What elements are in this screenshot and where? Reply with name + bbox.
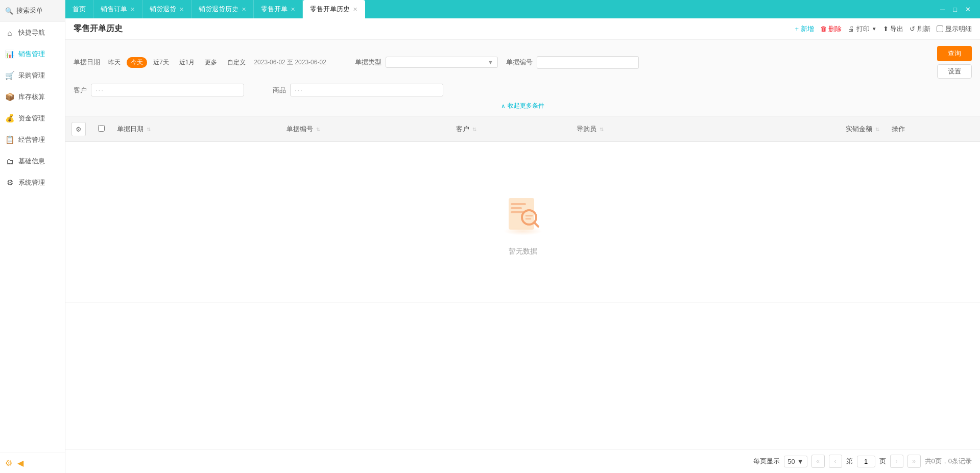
sidebar-settings-icon[interactable]: ⚙ xyxy=(5,458,12,468)
table-area: ⚙ 单据日期 ⇅ 单据编号 ⇅ xyxy=(65,117,980,449)
add-label: + 新增 xyxy=(795,24,814,34)
tab-retail-open-history[interactable]: 零售开单历史 ✕ xyxy=(303,0,365,18)
date-option-today[interactable]: 今天 xyxy=(127,57,147,68)
export-button[interactable]: ⬆ 导出 xyxy=(883,24,904,34)
minimize-btn[interactable]: ─ xyxy=(937,6,948,13)
show-detail-input[interactable] xyxy=(937,26,943,32)
date-option-1month[interactable]: 近1月 xyxy=(175,57,199,68)
filter-area: 单据日期 昨天 今天 近7天 近1月 更多 自定义 2023-06-02 至 2… xyxy=(65,40,980,117)
next-page-button[interactable]: › xyxy=(890,455,903,468)
last-page-button[interactable]: » xyxy=(907,455,921,468)
main-area: 首页 销售订单 ✕ 销货退货 ✕ 销货退货历史 ✕ 零售开单 ✕ 零售开单历史 … xyxy=(65,0,980,473)
date-option-yesterday[interactable]: 昨天 xyxy=(104,57,125,68)
sort-icon[interactable]: ⇅ xyxy=(600,127,604,132)
sidebar-item-base-info[interactable]: 🗂 基础信息 xyxy=(0,151,65,172)
pagination: 每页显示 50 ▼ « ‹ 第 页 › » 共0页，0条记录 xyxy=(65,449,980,473)
customer-input[interactable]: ··· xyxy=(91,84,244,96)
col-doc-no: 单据编号 ⇅ xyxy=(280,117,450,142)
col-salesperson-label: 导购员 xyxy=(577,125,596,133)
svg-line-6 xyxy=(534,222,538,227)
close-btn[interactable]: ✕ xyxy=(962,6,974,13)
tab-sales-order-close[interactable]: ✕ xyxy=(130,6,135,13)
per-page-label: 每页显示 xyxy=(753,457,780,466)
data-table: ⚙ 单据日期 ⇅ 单据编号 ⇅ xyxy=(65,117,980,303)
tab-sales-return-history-close[interactable]: ✕ xyxy=(242,6,246,13)
doc-no-input[interactable] xyxy=(537,56,639,69)
date-label: 单据日期 xyxy=(74,58,100,67)
window-controls: ─ □ ✕ xyxy=(937,6,980,13)
date-option-custom[interactable]: 自定义 xyxy=(223,57,250,68)
doc-type-label: 单据类型 xyxy=(355,58,381,67)
sidebar-item-inventory[interactable]: 📦 库存核算 xyxy=(0,86,65,108)
sidebar-item-purchase-mgmt[interactable]: 🛒 采购管理 xyxy=(0,65,65,86)
tab-retail-open-close[interactable]: ✕ xyxy=(291,6,295,13)
doc-no-label: 单据编号 xyxy=(506,58,533,67)
col-doc-no-label: 单据编号 xyxy=(286,125,313,133)
query-button[interactable]: 查询 xyxy=(937,46,972,61)
filter-row-1: 单据日期 昨天 今天 近7天 近1月 更多 自定义 2023-06-02 至 2… xyxy=(74,46,972,79)
collapse-button[interactable]: ∧ 收起更多条件 xyxy=(501,102,544,110)
tab-retail-open[interactable]: 零售开单 ✕ xyxy=(254,0,303,18)
sidebar-item-quick-nav[interactable]: ⌂ 快捷导航 xyxy=(0,22,65,43)
select-all-checkbox[interactable] xyxy=(98,125,105,132)
column-settings-button[interactable]: ⚙ xyxy=(71,122,86,136)
maximize-btn[interactable]: □ xyxy=(950,6,960,13)
content-area: 零售开单历史 + 新增 🗑 删除 🖨 打印 ▼ ⬆ 导出 ↺ 刷新 xyxy=(65,18,980,473)
date-option-more[interactable]: 更多 xyxy=(201,57,221,68)
col-amount: 实销金额 ⇅ xyxy=(715,117,885,142)
tab-sales-return-history[interactable]: 销货退货历史 ✕ xyxy=(192,0,254,18)
tab-sales-return-close[interactable]: ✕ xyxy=(179,6,184,13)
col-date-label: 单据日期 xyxy=(117,125,144,133)
filter-settings-button[interactable]: 设置 xyxy=(937,64,972,79)
table-head: ⚙ 单据日期 ⇅ 单据编号 ⇅ xyxy=(65,117,980,142)
sidebar-item-sys-mgmt[interactable]: ⚙ 系统管理 xyxy=(0,172,65,193)
per-page-select[interactable]: 50 ▼ xyxy=(784,456,807,467)
sidebar: 🔍 搜索采单 ⌂ 快捷导航 📊 销售管理 🛒 采购管理 📦 库存核算 💰 资金管… xyxy=(0,0,65,473)
show-detail-checkbox[interactable]: 显示明细 xyxy=(937,24,972,34)
tab-home-label: 首页 xyxy=(73,5,86,14)
sidebar-search[interactable]: 🔍 搜索采单 xyxy=(0,0,65,22)
doc-type-select[interactable]: ▼ xyxy=(386,57,498,68)
page-header: 零售开单历史 + 新增 🗑 删除 🖨 打印 ▼ ⬆ 导出 ↺ 刷新 xyxy=(65,18,980,40)
collapse-label: 收起更多条件 xyxy=(508,102,544,110)
sidebar-item-sales-mgmt[interactable]: 📊 销售管理 xyxy=(0,43,65,65)
tab-retail-open-history-close[interactable]: ✕ xyxy=(353,6,357,13)
tab-sales-return[interactable]: 销货退货 ✕ xyxy=(142,0,192,18)
tab-sales-order-label: 销售订单 xyxy=(101,5,127,14)
date-option-7days[interactable]: 近7天 xyxy=(149,57,173,68)
delete-button[interactable]: 🗑 删除 xyxy=(820,24,842,34)
print-button[interactable]: 🖨 打印 ▼ xyxy=(848,24,877,34)
show-detail-label: 显示明细 xyxy=(945,24,972,34)
sidebar-collapse-icon[interactable]: ◀ xyxy=(17,458,23,468)
cart-icon: 🛒 xyxy=(5,71,14,80)
goods-filter-group: 商品 ··· xyxy=(273,84,443,96)
col-checkbox xyxy=(92,117,111,142)
sort-icon[interactable]: ⇅ xyxy=(472,127,476,132)
operations-icon: 📋 xyxy=(5,135,14,144)
tab-retail-open-label: 零售开单 xyxy=(261,5,288,14)
first-page-button[interactable]: « xyxy=(811,455,825,468)
prev-page-button[interactable]: ‹ xyxy=(829,455,842,468)
action-buttons: 查询 设置 xyxy=(937,46,972,79)
select-arrow-icon: ▼ xyxy=(488,59,493,65)
sidebar-item-label: 系统管理 xyxy=(18,178,45,187)
date-range-display: 2023-06-02 至 2023-06-02 xyxy=(254,58,326,67)
svg-rect-3 xyxy=(511,207,522,209)
goods-input[interactable]: ··· xyxy=(290,84,443,96)
page-input[interactable] xyxy=(857,456,875,467)
sort-icon[interactable]: ⇅ xyxy=(147,127,151,132)
sidebar-item-finance[interactable]: 💰 资金管理 xyxy=(0,108,65,129)
gear-icon: ⚙ xyxy=(5,178,14,187)
tab-sales-order[interactable]: 销售订单 ✕ xyxy=(93,0,142,18)
col-settings: ⚙ xyxy=(65,117,92,142)
refresh-button[interactable]: ↺ 刷新 xyxy=(910,24,930,34)
add-button[interactable]: + 新增 xyxy=(795,24,814,34)
tab-home[interactable]: 首页 xyxy=(65,0,93,18)
tab-sales-return-history-label: 销货退货历史 xyxy=(199,5,238,14)
sort-icon[interactable]: ⇅ xyxy=(875,127,879,132)
sidebar-item-label: 资金管理 xyxy=(18,114,45,123)
sidebar-item-operations[interactable]: 📋 经营管理 xyxy=(0,129,65,151)
toolbar: + 新增 🗑 删除 🖨 打印 ▼ ⬆ 导出 ↺ 刷新 显示明细 xyxy=(795,24,972,34)
finance-icon: 💰 xyxy=(5,114,14,123)
sort-icon[interactable]: ⇅ xyxy=(316,127,320,132)
